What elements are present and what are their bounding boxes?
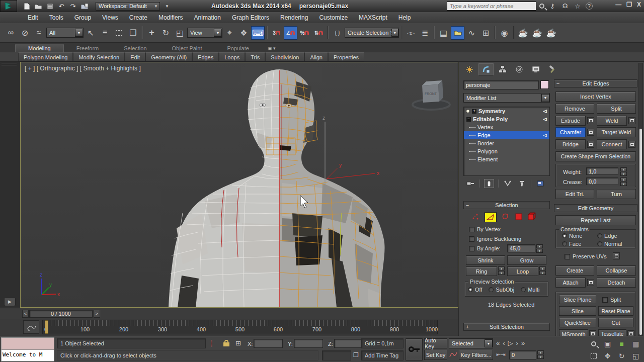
menu-graph-editors[interactable]: Graph Editors — [226, 13, 275, 23]
viewcube[interactable]: FRONT — [413, 80, 450, 110]
help-icon[interactable]: ? — [586, 3, 593, 10]
element-mode-icon[interactable] — [527, 212, 536, 222]
preserve-uvs-settings-icon[interactable] — [613, 252, 620, 259]
key-mode-dropdown[interactable]: Selected ▼ — [449, 338, 493, 348]
menu-tools[interactable]: Tools — [44, 13, 69, 23]
loop-button[interactable]: Loop — [507, 266, 538, 276]
show-end-result-icon[interactable] — [484, 179, 494, 188]
stack-item-symmetry[interactable]: + Symmetry ⊲ — [464, 107, 549, 115]
active-in-viewport-icon[interactable]: ⊲ — [543, 108, 547, 115]
crease-field[interactable] — [586, 177, 618, 185]
extrude-settings-icon[interactable] — [587, 117, 594, 124]
reset-plane-button[interactable]: Reset Plane — [598, 306, 633, 316]
time-slider-handle[interactable] — [45, 320, 48, 334]
align-icon[interactable]: ≣ — [418, 26, 432, 40]
chamfer-settings-icon[interactable] — [587, 129, 594, 136]
menu-views[interactable]: Views — [97, 13, 124, 23]
detach-button[interactable]: Detach — [597, 278, 636, 288]
zoom-all-icon[interactable]: ▣ — [601, 338, 614, 349]
pin-stack-icon[interactable] — [465, 179, 475, 188]
listener-macro-area[interactable] — [2, 338, 54, 350]
scrollbar-thumb[interactable] — [639, 129, 642, 335]
quickslice-button[interactable]: QuickSlice — [559, 318, 596, 327]
orbit-icon[interactable]: ↻ — [615, 350, 628, 361]
preview-subobj-radio[interactable]: SubObj — [489, 287, 514, 293]
extrude-button[interactable]: Extrude — [555, 116, 586, 126]
character-model[interactable] — [169, 69, 385, 307]
ribbon-panel-geometry-all[interactable]: Geometry (All) — [145, 52, 192, 61]
search-icon[interactable] — [539, 4, 544, 9]
percent-snap-toggle-icon[interactable]: % — [298, 26, 311, 40]
weld-button[interactable]: Weld — [597, 116, 627, 126]
ring-spinner[interactable]: ▲▼ — [498, 266, 505, 275]
by-vertex-checkbox[interactable]: By Vertex — [469, 226, 501, 232]
ribbon-panel-edges[interactable]: Edges — [192, 52, 219, 61]
ring-button[interactable]: Ring — [466, 266, 497, 276]
stack-item-vertex[interactable]: Vertex — [464, 123, 549, 131]
ribbon-panel-properties[interactable]: Properties — [328, 52, 364, 61]
set-key-button[interactable]: Set Key — [424, 350, 447, 360]
selection-filter-dropdown[interactable]: All ▼ — [46, 28, 84, 38]
restore-button[interactable]: ❐ — [626, 1, 632, 8]
viewport[interactable]: [ + ] [ Orthographic ] [ Smooth + Highli… — [20, 62, 458, 308]
new-scene-icon[interactable] — [22, 2, 31, 10]
edit-tri-button[interactable]: Edit Tri. — [555, 189, 594, 199]
configure-modifier-sets-icon[interactable] — [535, 179, 545, 188]
weld-settings-icon[interactable] — [628, 117, 635, 124]
soft-selection-rollout-header[interactable]: +Soft Selection — [463, 323, 550, 331]
insert-vertex-button[interactable]: Insert Vertex — [555, 92, 636, 102]
hierarchy-tab-icon[interactable] — [495, 63, 510, 75]
remove-modifier-icon[interactable] — [517, 179, 527, 188]
constraint-edge-radio[interactable]: Edge — [597, 233, 617, 239]
ribbon-panel-polygon-modeling[interactable]: Polygon Modeling — [18, 52, 73, 61]
key-icon[interactable]: ⚷ — [548, 2, 557, 10]
minimize-button[interactable]: — — [615, 1, 621, 8]
current-frame-field[interactable] — [509, 350, 536, 359]
redo-icon[interactable]: ↷ — [68, 2, 77, 10]
menu-modifiers[interactable]: Modifiers — [153, 13, 189, 23]
stack-item-border[interactable]: Border — [464, 139, 549, 147]
favorites-star-icon[interactable]: ☆ — [573, 2, 582, 10]
project-folder-icon[interactable] — [80, 2, 89, 10]
previous-frame-icon[interactable]: ‹ — [503, 339, 505, 347]
toggle-ribbon-icon[interactable] — [451, 26, 464, 40]
attach-button[interactable]: Attach — [555, 278, 586, 288]
workspace-flyout-icon[interactable]: ▼ — [163, 2, 172, 10]
angle-snap-toggle-icon[interactable]: ∠ — [284, 26, 297, 40]
utilities-tab-icon[interactable] — [545, 63, 560, 75]
named-selection-sets-dropdown[interactable]: Create Selection Se ▼ — [345, 28, 399, 38]
select-object-icon[interactable]: ↖ — [84, 26, 98, 40]
x-coordinate-field[interactable] — [254, 339, 283, 348]
turn-button[interactable]: Turn — [597, 189, 636, 199]
collapsed-ribbon-handle[interactable] — [2, 63, 17, 65]
next-frame-icon[interactable]: › — [516, 339, 518, 347]
spinner-snap-toggle-icon[interactable]: ⇅ — [312, 26, 326, 40]
y-coordinate-field[interactable] — [294, 339, 323, 348]
collapse-icon[interactable]: − — [466, 117, 471, 122]
split-button[interactable]: Split — [597, 104, 636, 114]
edit-named-selection-sets-icon[interactable]: { } — [331, 26, 344, 40]
menu-edit[interactable]: Edit — [22, 13, 44, 23]
vertex-mode-icon[interactable] — [471, 212, 480, 222]
maximize-viewport-icon[interactable]: ◱ — [629, 350, 642, 361]
bridge-button[interactable]: Bridge — [555, 139, 586, 149]
ribbon-panel-tris[interactable]: Tris — [245, 52, 265, 61]
go-to-start-icon[interactable]: « — [496, 339, 500, 347]
workspace-selector[interactable]: Workspace: Default ▼ — [96, 2, 160, 11]
select-and-scale-icon[interactable]: ◰ — [173, 26, 187, 40]
open-file-icon[interactable] — [34, 2, 43, 10]
frame-spinner[interactable]: ▲▼ — [537, 350, 544, 359]
bridge-settings-icon[interactable] — [587, 141, 594, 148]
maxscript-mini-listener[interactable]: Welcome to M — [1, 337, 54, 361]
active-in-viewport-icon[interactable]: ⊲ — [543, 116, 547, 123]
stack-item-edge[interactable]: Edge⊲ — [464, 131, 549, 139]
constraint-none-radio[interactable]: None — [562, 233, 582, 239]
render-setup-icon[interactable]: ☕ — [516, 26, 530, 40]
ribbon-panel-loops[interactable]: Loops — [219, 52, 245, 61]
curve-editor-icon[interactable]: ∿ — [465, 26, 478, 40]
ribbon-panel-modify-selection[interactable]: Modify Selection — [73, 52, 125, 61]
search-input[interactable] — [447, 2, 536, 11]
next-frame-button[interactable]: > — [94, 310, 100, 318]
constraint-normal-radio[interactable]: Normal — [597, 241, 622, 247]
create-button[interactable]: Create — [555, 265, 594, 276]
